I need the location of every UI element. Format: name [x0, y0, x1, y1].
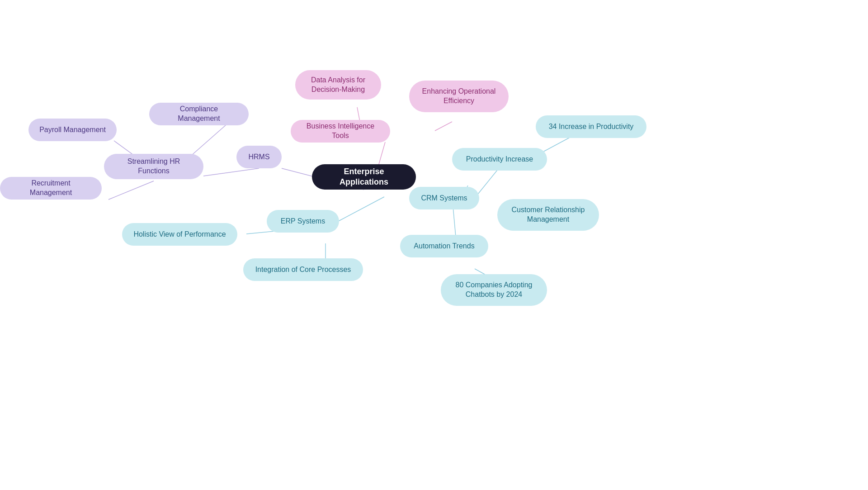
payroll-node[interactable]: Payroll Management: [28, 119, 117, 141]
34-increase-node[interactable]: 34 Increase in Productivity: [536, 115, 646, 138]
bi-tools-node[interactable]: Business Intelligence Tools: [291, 120, 390, 143]
compliance-label: Compliance Management: [159, 105, 239, 124]
chatbots-label: 80 Companies Adopting Chatbots by 2024: [451, 281, 537, 300]
enhancing-label: Enhancing Operational Efficiency: [419, 87, 499, 106]
productivity-increase-label: Productivity Increase: [466, 155, 533, 164]
enhancing-node[interactable]: Enhancing Operational Efficiency: [409, 81, 509, 112]
bi-tools-label: Business Intelligence Tools: [301, 122, 380, 141]
crm-node[interactable]: CRM Systems: [409, 187, 479, 209]
center-node[interactable]: Enterprise Applications: [312, 164, 416, 190]
crm-full-label: Customer Relationship Management: [507, 205, 589, 224]
recruitment-label: Recruitment Management: [10, 179, 92, 198]
data-analysis-node[interactable]: Data Analysis for Decision-Making: [295, 70, 381, 100]
holistic-node[interactable]: Holistic View of Performance: [122, 223, 237, 246]
crm-label: CRM Systems: [421, 194, 467, 203]
data-analysis-label: Data Analysis for Decision-Making: [305, 76, 371, 95]
streamlining-node[interactable]: Streamlining HR Functions: [104, 154, 203, 179]
automation-label: Automation Trends: [414, 242, 474, 251]
holistic-label: Holistic View of Performance: [133, 230, 226, 239]
payroll-label: Payroll Management: [39, 125, 106, 135]
chatbots-node[interactable]: 80 Companies Adopting Chatbots by 2024: [441, 274, 547, 306]
productivity-increase-node[interactable]: Productivity Increase: [452, 148, 547, 171]
svg-line-8: [339, 197, 384, 221]
recruitment-node[interactable]: Recruitment Management: [0, 177, 102, 200]
compliance-node[interactable]: Compliance Management: [149, 103, 249, 125]
streamlining-label: Streamlining HR Functions: [114, 157, 193, 176]
integration-label: Integration of Core Processes: [255, 265, 351, 275]
automation-node[interactable]: Automation Trends: [400, 235, 488, 257]
svg-line-1: [203, 168, 259, 176]
erp-node[interactable]: ERP Systems: [267, 210, 339, 233]
hrms-node[interactable]: HRMS: [236, 146, 282, 168]
hrms-label: HRMS: [248, 152, 269, 162]
crm-full-node[interactable]: Customer Relationship Management: [497, 199, 599, 231]
integration-node[interactable]: Integration of Core Processes: [243, 258, 363, 281]
34-increase-label: 34 Increase in Productivity: [549, 122, 634, 132]
mindmap-canvas: Enterprise Applications HRMS Streamlinin…: [0, 0, 868, 490]
svg-line-7: [435, 122, 452, 131]
svg-line-4: [108, 181, 154, 200]
erp-label: ERP Systems: [281, 217, 325, 226]
center-label: Enterprise Applications: [328, 167, 400, 188]
